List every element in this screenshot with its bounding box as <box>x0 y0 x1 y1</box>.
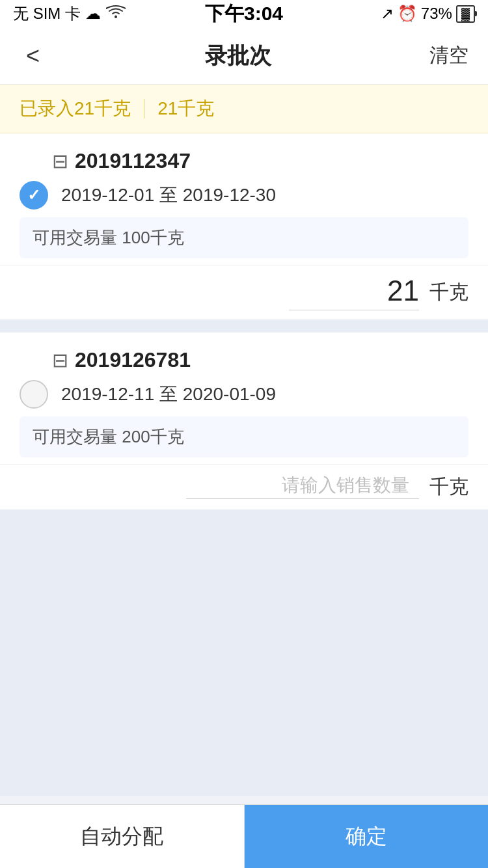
svg-point-0 <box>115 16 117 18</box>
battery-text: 73% <box>421 5 452 23</box>
confirm-button[interactable]: 确定 <box>245 805 489 868</box>
status-time: 下午3:04 <box>205 1 283 27</box>
location-icon: ↗ <box>381 5 394 23</box>
batch-2-input-row[interactable]: 千克 <box>0 464 488 509</box>
batch-2-quantity-input[interactable] <box>186 475 419 499</box>
status-left: 无 SIM 卡 ☁ <box>13 3 126 24</box>
back-button[interactable]: < <box>20 36 46 76</box>
batch-2-date-row[interactable]: 2019-12-11 至 2020-01-09 <box>0 377 488 414</box>
batch-1-date: 2019-12-01 至 2019-12-30 <box>61 183 276 208</box>
batch-2-card: ⊟ 2019126781 2019-12-11 至 2020-01-09 可用交… <box>0 332 488 509</box>
separator-2 <box>0 509 488 522</box>
batch-2-id: 2019126781 <box>75 348 191 372</box>
total-amount: 21千克 <box>157 96 214 121</box>
batch-1-id: 2019112347 <box>75 149 191 173</box>
page-title: 录批次 <box>205 41 271 71</box>
batch-1-quantity-underline: 21 <box>289 275 419 310</box>
batch-2-date: 2019-12-11 至 2020-01-09 <box>61 382 276 407</box>
bottom-bar: 自动分配 确定 <box>0 804 488 868</box>
batch-2-radio[interactable] <box>20 380 48 409</box>
battery-icon: ▓ <box>456 5 475 23</box>
batch-1-radio[interactable] <box>20 181 48 210</box>
wifi-icon <box>106 5 126 23</box>
batch-1-quantity-row: 21 千克 <box>0 265 488 319</box>
separator-1 <box>0 319 488 332</box>
status-right: ↗ ⏰ 73% ▓ <box>381 5 475 23</box>
status-bar: 无 SIM 卡 ☁ 下午3:04 ↗ ⏰ 73% ▓ <box>0 0 488 27</box>
empty-area <box>0 522 488 796</box>
info-banner: 已录入21千克 21千克 <box>0 85 488 133</box>
clear-button[interactable]: 清空 <box>429 42 468 69</box>
batch-1-unit: 千克 <box>429 279 468 306</box>
auto-distribute-button[interactable]: 自动分配 <box>0 805 245 868</box>
batch-1-header: ⊟ 2019112347 <box>0 133 488 178</box>
batch-1-quantity-value: 21 <box>387 275 419 306</box>
nav-bar: < 录批次 清空 <box>0 27 488 85</box>
batch-2-available: 可用交易量 200千克 <box>20 416 468 457</box>
batch-2-header: ⊟ 2019126781 <box>0 332 488 377</box>
batch-icon-1: ⊟ <box>52 150 68 172</box>
batch-icon-2: ⊟ <box>52 349 68 372</box>
info-divider <box>144 99 144 118</box>
batch-2-unit: 千克 <box>429 474 468 500</box>
recorded-amount: 已录入21千克 <box>20 96 131 121</box>
batch-1-available: 可用交易量 100千克 <box>20 217 468 258</box>
no-sim-text: 无 SIM 卡 ☁ <box>13 3 101 24</box>
batch-1-date-row[interactable]: 2019-12-01 至 2019-12-30 <box>0 178 488 215</box>
batch-1-card: ⊟ 2019112347 2019-12-01 至 2019-12-30 可用交… <box>0 133 488 319</box>
alarm-icon: ⏰ <box>398 5 417 23</box>
